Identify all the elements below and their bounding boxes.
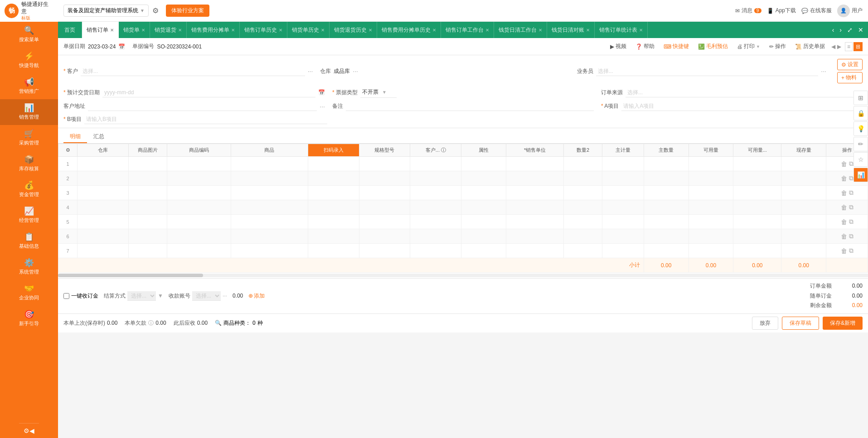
- row-7-spec[interactable]: [359, 244, 410, 258]
- right-float-btn-5[interactable]: ☆: [853, 152, 868, 167]
- row-6-delete-btn[interactable]: 🗑: [841, 233, 847, 240]
- tab-sales-expense-close[interactable]: ✕: [231, 28, 235, 33]
- tab-daily-workbench-close[interactable]: ✕: [538, 28, 542, 33]
- user-group[interactable]: 👤 用户: [837, 5, 863, 17]
- row-7-code[interactable]: [167, 244, 231, 258]
- row-5-attr[interactable]: [461, 215, 506, 229]
- warehouse-dots[interactable]: ···: [353, 67, 358, 75]
- tab-detail[interactable]: 明细: [63, 131, 87, 143]
- row-2-attr[interactable]: [461, 171, 506, 186]
- row-6-goods[interactable]: [231, 229, 308, 244]
- row-5-spec[interactable]: [359, 215, 410, 229]
- tab-daily-workbench[interactable]: 钱货日清工作台 ✕: [494, 22, 547, 38]
- row-5-warehouse[interactable]: [78, 215, 129, 229]
- row-4-cust-spec[interactable]: [410, 200, 461, 215]
- row-7-goods[interactable]: [231, 244, 308, 258]
- row-3-delete-btn[interactable]: 🗑: [841, 189, 847, 197]
- row-1-unit[interactable]: [506, 157, 564, 171]
- sidebar-item-purchase[interactable]: 🛒 采购管理: [0, 125, 58, 151]
- row-2-warehouse[interactable]: [78, 171, 129, 186]
- right-float-btn-4[interactable]: ✏: [853, 137, 868, 151]
- tab-expense-history[interactable]: 销售费用分摊单历史 ✕: [377, 22, 441, 38]
- address-dots[interactable]: ···: [320, 103, 325, 110]
- sidebar-item-management[interactable]: 📈 经营管理: [0, 202, 58, 228]
- row-4-goods[interactable]: [231, 200, 308, 215]
- row-5-cust-spec[interactable]: [410, 215, 461, 229]
- order-source-input[interactable]: [626, 88, 855, 97]
- sidebar-item-marketing[interactable]: 📢 营销推广: [0, 73, 58, 99]
- add-payment-btn[interactable]: ⊕ 添加: [248, 292, 265, 300]
- tab-sales-stats-close[interactable]: ✕: [639, 28, 643, 33]
- row-5-qty2[interactable]: [564, 215, 602, 229]
- row-7-copy-btn[interactable]: ⧉: [849, 247, 853, 255]
- nav-prev-icon[interactable]: ◀: [831, 43, 835, 50]
- address-input[interactable]: [88, 101, 317, 111]
- row-4-unit[interactable]: [506, 200, 564, 215]
- row-2-qty2[interactable]: [564, 171, 602, 186]
- row-3-main-qty[interactable]: [644, 186, 689, 200]
- operation-action-btn[interactable]: ✏ 操作: [766, 42, 789, 51]
- add-material-btn[interactable]: + 物料: [837, 72, 863, 83]
- row-6-main-unit[interactable]: [602, 229, 644, 244]
- customer-input[interactable]: [81, 67, 305, 76]
- scrollbar-thumb[interactable]: [58, 274, 203, 277]
- row-1-code[interactable]: [167, 157, 231, 171]
- online-service-group[interactable]: 💬 在线客服: [801, 7, 832, 14]
- row-3-attr[interactable]: [461, 186, 506, 200]
- row-1-scan[interactable]: [308, 157, 359, 171]
- row-3-spec[interactable]: [359, 186, 410, 200]
- tab-sales-order[interactable]: 销售订单 ✕: [82, 22, 119, 38]
- calendar-icon[interactable]: 📅: [118, 43, 125, 50]
- tab-daily-reconcile-close[interactable]: ✕: [586, 28, 590, 33]
- row-4-warehouse[interactable]: [78, 200, 129, 215]
- row-7-delete-btn[interactable]: 🗑: [841, 247, 847, 255]
- row-2-main-unit[interactable]: [602, 171, 644, 186]
- one-click-checkbox[interactable]: [63, 293, 69, 299]
- tabs-close-btn[interactable]: ✕: [856, 25, 865, 34]
- row-4-spec[interactable]: [359, 200, 410, 215]
- row-5-scan[interactable]: [308, 215, 359, 229]
- row-6-warehouse[interactable]: [78, 229, 129, 244]
- row-2-copy-btn[interactable]: ⧉: [849, 174, 853, 182]
- right-float-btn-1[interactable]: ⊞: [853, 91, 868, 105]
- row-5-main-unit[interactable]: [602, 215, 644, 229]
- app-download-group[interactable]: 📱 App下载: [767, 7, 796, 14]
- payment-method-select[interactable]: 选择...: [127, 291, 156, 301]
- delivery-date-input[interactable]: [102, 88, 315, 97]
- row-4-scan[interactable]: [308, 200, 359, 215]
- row-3-unit[interactable]: [506, 186, 564, 200]
- col-scan[interactable]: 扫码录入: [308, 144, 359, 157]
- tab-bill-history[interactable]: 销货单历史 ✕: [287, 22, 330, 38]
- tabs-next-btn[interactable]: ›: [838, 25, 844, 34]
- row-4-attr[interactable]: [461, 200, 506, 215]
- note-input[interactable]: [346, 101, 594, 111]
- settings-bottom-icon[interactable]: ⚙: [24, 427, 29, 434]
- row-2-scan[interactable]: [308, 171, 359, 186]
- history-action-btn[interactable]: 📜 历史单据: [792, 42, 828, 51]
- app-title-selector[interactable]: 装备及固定资产辅助管理系统 ▼: [63, 5, 149, 17]
- a-project-input[interactable]: [621, 101, 863, 111]
- tab-sales-expense[interactable]: 销售费用分摊单 ✕: [187, 22, 240, 38]
- app-settings-icon[interactable]: ⚙: [152, 6, 159, 15]
- save-new-btn[interactable]: 保存&新增: [823, 317, 863, 330]
- nav-next-icon[interactable]: ▶: [837, 43, 841, 50]
- row-4-main-unit[interactable]: [602, 200, 644, 215]
- row-3-main-unit[interactable]: [602, 186, 644, 200]
- row-1-spec[interactable]: [359, 157, 410, 171]
- row-3-warehouse[interactable]: [78, 186, 129, 200]
- row-4-code[interactable]: [167, 200, 231, 215]
- sidebar-item-quicknav[interactable]: ⚡ 快捷导航: [0, 48, 58, 73]
- tab-sales-return[interactable]: 销货退货 ✕: [150, 22, 187, 38]
- row-7-cust-spec[interactable]: [410, 244, 461, 258]
- row-5-delete-btn[interactable]: 🗑: [841, 218, 847, 226]
- row-6-attr[interactable]: [461, 229, 506, 244]
- tab-order-workbench-close[interactable]: ✕: [485, 28, 489, 33]
- tab-home[interactable]: 首页: [58, 22, 82, 38]
- right-float-btn-2[interactable]: 🔒: [853, 106, 868, 120]
- row-4-copy-btn[interactable]: ⧉: [849, 203, 853, 211]
- row-1-goods[interactable]: [231, 157, 308, 171]
- delivery-calendar-icon[interactable]: 📅: [318, 89, 325, 96]
- row-2-cust-spec[interactable]: [410, 171, 461, 186]
- profit-action-btn[interactable]: 💹 毛利预估: [695, 42, 731, 51]
- sidebar-item-finance[interactable]: 💰 资金管理: [0, 177, 58, 202]
